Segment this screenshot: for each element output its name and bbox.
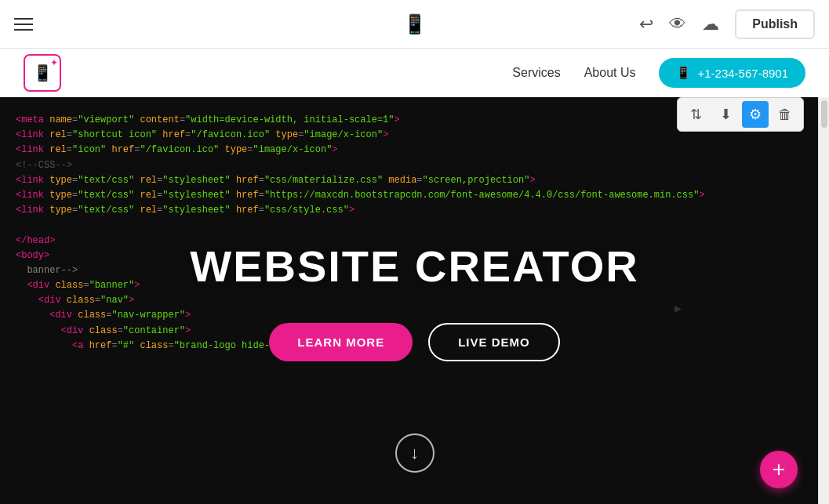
code-line: <link rel="icon" href="/favicon.ico" typ… <box>16 143 813 158</box>
cta-phone-number: +1-234-567-8901 <box>697 67 788 80</box>
publish-label: Publish <box>752 17 798 31</box>
preview-button[interactable]: 👁 <box>669 14 686 34</box>
scrollbar[interactable] <box>818 97 829 504</box>
scrollbar-thumb[interactable] <box>821 100 827 128</box>
site-hero: <meta name="viewport" content="width=dev… <box>0 97 829 504</box>
learn-more-button[interactable]: LEARN MORE <box>269 323 413 361</box>
canvas: 📱 ✦ Services About Us 📱 +1-234-567-8901 … <box>0 49 829 504</box>
delete-tool-button[interactable]: 🗑 <box>772 101 798 128</box>
undo-button[interactable]: ↩ <box>639 14 653 34</box>
code-line: <link type="text/css" rel="stylesheet" h… <box>16 188 813 203</box>
code-line: <link type="text/css" rel="stylesheet" h… <box>16 173 813 188</box>
hero-buttons: LEARN MORE LIVE DEMO <box>190 323 638 361</box>
code-line: <!--CSS--> <box>16 158 813 173</box>
logo-phone-icon: 📱 <box>33 63 53 82</box>
toolbar-left <box>14 18 33 31</box>
toolbar-right: ↩ 👁 ☁ Publish <box>639 9 815 39</box>
hero-title: WEBSITE CREATOR <box>190 241 638 292</box>
logo-sun-icon: ✦ <box>50 57 58 68</box>
toolbar-center: 📱 <box>403 13 427 35</box>
add-section-button[interactable]: + <box>760 451 798 488</box>
site-logo: 📱 ✦ <box>24 54 61 92</box>
cloud-icon: ☁ <box>702 14 719 34</box>
code-line: <link type="text/css" rel="stylesheet" h… <box>16 203 813 218</box>
code-line <box>16 218 813 233</box>
site-navbar: 📱 ✦ Services About Us 📱 +1-234-567-8901 <box>0 49 829 97</box>
top-toolbar: 📱 ↩ 👁 ☁ Publish <box>0 0 829 49</box>
live-demo-button[interactable]: LIVE DEMO <box>428 323 560 361</box>
mobile-preview-icon[interactable]: 📱 <box>403 13 427 35</box>
scroll-down-button[interactable]: ↓ <box>395 433 434 473</box>
move-tool-button[interactable]: ⇅ <box>682 101 709 128</box>
settings-tool-button[interactable]: ⚙ <box>742 101 769 128</box>
nav-services[interactable]: Services <box>512 66 560 80</box>
site-nav: Services About Us 📱 +1-234-567-8901 <box>512 58 805 88</box>
publish-button[interactable]: Publish <box>735 9 815 39</box>
hamburger-menu[interactable] <box>14 18 33 31</box>
canvas-toolbar: ⇅ ⬇ ⚙ 🗑 <box>677 97 804 132</box>
logo-icon: 📱 ✦ <box>24 54 61 92</box>
nav-about[interactable]: About Us <box>584 66 636 80</box>
preview-area: 📱 ✦ Services About Us 📱 +1-234-567-8901 … <box>0 49 829 504</box>
phone-icon: 📱 <box>676 66 691 80</box>
download-tool-button[interactable]: ⬇ <box>712 101 739 128</box>
hero-content: WEBSITE CREATOR LEARN MORE LIVE DEMO <box>190 241 638 361</box>
cta-phone-button[interactable]: 📱 +1-234-567-8901 <box>659 58 805 88</box>
